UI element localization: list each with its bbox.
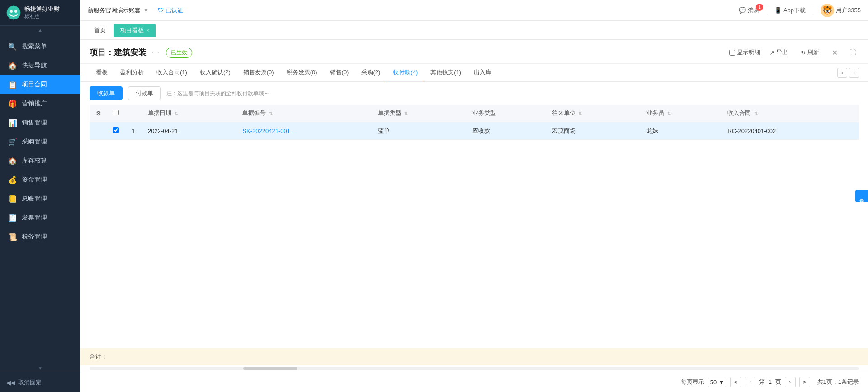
sidebar-item-purchase[interactable]: 🛒 采购管理	[0, 132, 80, 151]
message-badge: 1	[756, 4, 763, 11]
sidebar-icon-capital: 💰	[8, 175, 17, 184]
record-link[interactable]: SK-20220421-001	[242, 128, 290, 134]
sidebar-label-tax: 税务管理	[22, 233, 47, 241]
sidebar-item-capital[interactable]: 💰 资金管理	[0, 170, 80, 189]
sidebar-item-search[interactable]: 🔍 搜索菜单	[0, 37, 80, 56]
td-date: 2022-04-21	[142, 122, 237, 140]
show-detail-input[interactable]	[729, 50, 735, 56]
subtab-profit[interactable]: 盈利分析	[114, 64, 150, 82]
th-income-contract[interactable]: 收入合同 ⇅	[722, 105, 859, 122]
message-button[interactable]: 💬 消息 1	[739, 6, 760, 14]
feedback-button[interactable]: 意见反馈	[855, 190, 868, 202]
sidebar-item-marketing[interactable]: 🎁 营销推广	[0, 94, 80, 113]
sidebar-item-quick[interactable]: 🏠 快捷导航	[0, 56, 80, 75]
sidebar-unpin-button[interactable]: ◀◀ 取消固定	[0, 373, 80, 392]
show-detail-label: 显示明细	[737, 48, 760, 57]
td-num: 1	[124, 122, 142, 140]
sidebar-icon-inventory: 🏠	[8, 156, 17, 165]
th-salesperson[interactable]: 业务员 ⇅	[641, 105, 722, 122]
show-detail-checkbox[interactable]: 显示明细	[729, 48, 760, 57]
sidebar-icon-purchase: 🛒	[8, 137, 17, 146]
th-partner[interactable]: 往来单位 ⇅	[547, 105, 641, 122]
project-selector[interactable]: 新服务官网演示账套 ▼	[88, 6, 149, 14]
td-type: 蓝单	[373, 122, 467, 140]
sidebar-label-inventory: 库存核算	[22, 157, 47, 165]
export-button[interactable]: ↗ 导出	[766, 47, 792, 58]
tab-label-kanban: 项目看板	[120, 26, 144, 34]
refresh-button[interactable]: ↻ 刷新	[797, 47, 823, 58]
sidebar-label-ledger: 总账管理	[22, 195, 47, 203]
tab-kanban[interactable]: 项目看板×	[114, 24, 156, 37]
sidebar-item-ledger[interactable]: 📒 总账管理	[0, 189, 80, 208]
sidebar-icon-tax: 📜	[8, 232, 17, 241]
app-label: App下载	[783, 6, 806, 14]
close-button[interactable]: ✕	[828, 46, 841, 59]
subtab-tax_invoice[interactable]: 税务发票(0)	[280, 64, 324, 82]
per-page-select[interactable]: 50 ▼	[708, 378, 726, 387]
filter-note: 注：这里是与项目关联的全部收付款单哦～	[166, 90, 269, 97]
th-code[interactable]: 单据编号 ⇅	[237, 105, 372, 122]
svg-point-2	[14, 10, 17, 13]
refresh-icon: ↻	[801, 49, 806, 56]
first-page-button[interactable]: ⊲	[730, 377, 741, 387]
subtab-inout[interactable]: 出入库	[467, 64, 498, 82]
subtab-income_contract[interactable]: 收入合同(1)	[150, 64, 193, 82]
sidebar-label-marketing: 营销推广	[22, 100, 47, 108]
scrollbar-thumb[interactable]	[243, 367, 297, 370]
sidebar-item-tax[interactable]: 📜 税务管理	[0, 227, 80, 246]
table-body: 1 2022-04-21 SK-20220421-001 蓝单 应收款 宏茂商场…	[90, 122, 859, 140]
sidebar-icon-search: 🔍	[8, 42, 17, 51]
sidebar: 畅捷通好业财 标准版 ▲ 🔍 搜索菜单 🏠 快捷导航 📋 项目合同 🎁 营销推广…	[0, 0, 80, 392]
th-num	[124, 105, 142, 122]
sidebar-item-project[interactable]: 📋 项目合同	[0, 75, 80, 94]
project-more-button[interactable]: ···	[152, 48, 160, 57]
topbar: 新服务官网演示账套 ▼ 🛡 已认证 💬 消息 1 📱 App下载 🐯 用户335…	[80, 0, 868, 21]
export-label: 导出	[776, 48, 788, 57]
certified-label: 已认证	[165, 6, 183, 14]
sidebar-item-invoice[interactable]: 🧾 发票管理	[0, 208, 80, 227]
tabbar: 首页项目看板×	[80, 21, 868, 40]
th-date[interactable]: 单据日期 ⇅	[142, 105, 237, 122]
subtab-other_income[interactable]: 其他收支(1)	[424, 64, 467, 82]
subtabs-next-button[interactable]: ›	[849, 68, 859, 78]
scroll-down-indicator: ▼	[0, 364, 80, 373]
subtab-sales[interactable]: 销售(0)	[324, 64, 355, 82]
table-row[interactable]: 1 2022-04-21 SK-20220421-001 蓝单 应收款 宏茂商场…	[90, 122, 859, 140]
subtab-purchase[interactable]: 采购(2)	[355, 64, 387, 82]
th-type[interactable]: 单据类型 ⇅	[373, 105, 467, 122]
td-empty	[90, 122, 108, 140]
sidebar-label-search: 搜索菜单	[22, 43, 47, 51]
sidebar-item-sales[interactable]: 📊 销售管理	[0, 113, 80, 132]
subtab-income_confirm[interactable]: 收入确认(2)	[193, 64, 237, 82]
collection-filter-button[interactable]: 收款单	[90, 86, 123, 100]
user-menu[interactable]: 🐯 用户3355	[821, 4, 861, 17]
payment-filter-button[interactable]: 付款单	[128, 86, 161, 100]
per-page-label: 每页显示	[681, 378, 704, 386]
scrollbar-track[interactable]	[90, 367, 859, 370]
pagination-info: 共1页，1条记录	[817, 378, 859, 386]
th-gear[interactable]: ⚙	[90, 105, 108, 122]
table-footer: 合计：	[80, 348, 868, 365]
sidebar-item-inventory[interactable]: 🏠 库存核算	[0, 151, 80, 170]
total-label: 合计：	[90, 353, 107, 360]
page-label: 第 1 页	[759, 378, 781, 386]
select-all-checkbox[interactable]	[113, 110, 119, 115]
subtab-collection[interactable]: 收付款(4)	[387, 64, 424, 82]
project-status-badge: 已生效	[166, 48, 192, 58]
sidebar-label-invoice: 发票管理	[22, 214, 47, 222]
subtabs-prev-button[interactable]: ‹	[837, 68, 847, 78]
expand-button[interactable]: ⛶	[846, 46, 859, 59]
project-actions: 显示明细 ↗ 导出 ↻ 刷新 ✕ ⛶	[729, 46, 859, 59]
app-download-button[interactable]: 📱 App下载	[774, 6, 806, 14]
tab-close-kanban[interactable]: ×	[146, 28, 149, 33]
subtab-sales_invoice[interactable]: 销售发票(0)	[237, 64, 280, 82]
sidebar-label-quick: 快捷导航	[22, 62, 47, 70]
next-page-button[interactable]: ›	[785, 377, 796, 387]
row-checkbox[interactable]	[113, 127, 119, 133]
subtab-kanban[interactable]: 看板	[90, 64, 114, 82]
prev-page-button[interactable]: ‹	[745, 377, 755, 387]
last-page-button[interactable]: ⊳	[799, 377, 810, 387]
subtabs: 看板盈利分析收入合同(1)收入确认(2)销售发票(0)税务发票(0)销售(0)采…	[80, 64, 868, 82]
filter-bar: 收款单 付款单 注：这里是与项目关联的全部收付款单哦～	[80, 82, 868, 105]
tab-home[interactable]: 首页	[88, 24, 112, 37]
